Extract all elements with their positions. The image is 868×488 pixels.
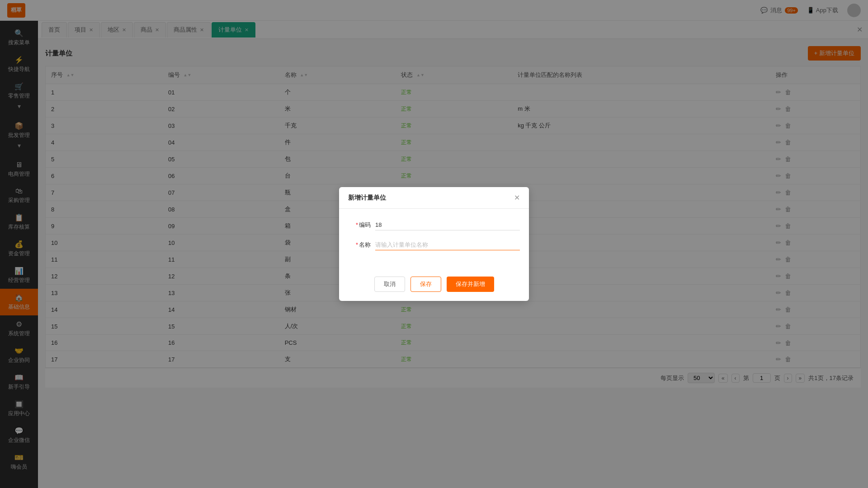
name-label: 名称: [348, 241, 375, 249]
form-code-row: 编码: [348, 220, 520, 230]
modal-body: 编码 名称: [339, 209, 529, 270]
cancel-button[interactable]: 取消: [374, 277, 405, 292]
name-input[interactable]: [375, 239, 520, 250]
code-label: 编码: [348, 221, 375, 229]
modal-footer: 取消 保存 保存并新增: [339, 270, 529, 301]
modal-title: 新增计量单位: [348, 194, 386, 202]
modal-close-btn[interactable]: ✕: [514, 193, 520, 202]
save-and-new-button[interactable]: 保存并新增: [447, 277, 494, 292]
save-button[interactable]: 保存: [410, 277, 441, 292]
modal-overlay: 新增计量单位 ✕ 编码 名称 取消 保存 保存并新增: [0, 0, 868, 488]
modal-header: 新增计量单位 ✕: [339, 187, 529, 209]
code-input[interactable]: [375, 220, 520, 230]
add-unit-modal: 新增计量单位 ✕ 编码 名称 取消 保存 保存并新增: [339, 187, 529, 301]
form-name-row: 名称: [348, 239, 520, 250]
